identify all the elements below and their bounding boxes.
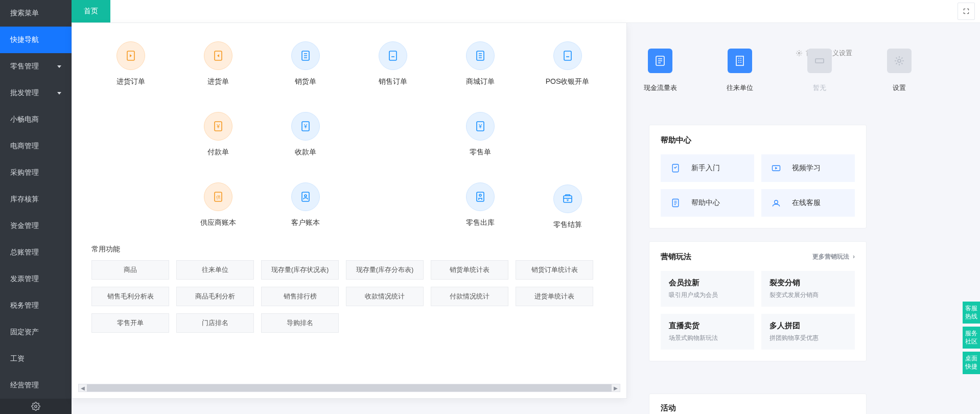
common-btn-sales-order-stat[interactable]: 销货订单统计表 <box>516 260 593 280</box>
common-btn-payment-stat[interactable]: 付款情况统计 <box>431 287 508 306</box>
sidebar-item-retail-mgmt[interactable]: 零售管理 <box>0 53 72 80</box>
market-card-group[interactable]: 多人拼团 拼团购物享受优惠 <box>761 314 855 350</box>
sidebar-item-invoice-mgmt[interactable]: 发票管理 <box>0 266 72 292</box>
sidebar-item-fund-mgmt[interactable]: 资金管理 <box>0 213 72 239</box>
node-label: 零售单 <box>470 148 491 157</box>
flow-node-receipt-bill[interactable]: ¥ 收款单 <box>291 112 320 157</box>
common-btn-purchase-bill-stat[interactable]: 进货单统计表 <box>516 287 593 306</box>
marketing-more-link[interactable]: 更多营销玩法 › <box>812 252 855 261</box>
float-cs-hotline[interactable]: 客服热线 <box>963 302 980 324</box>
shortcut-empty[interactable]: 暂无 <box>791 49 848 93</box>
help-item-online-cs[interactable]: 在线客服 <box>761 189 855 217</box>
panel-help-center: 帮助中心 新手入门 视频学习 帮助中心 在线客服 <box>649 125 867 228</box>
sidebar-item-inventory[interactable]: 库存核算 <box>0 186 72 213</box>
sidebar-item-xiaochangec[interactable]: 小畅电商 <box>0 106 72 133</box>
doc-icon <box>670 198 681 208</box>
fullscreen-button[interactable] <box>958 3 975 20</box>
help-item-beginner[interactable]: 新手入门 <box>661 154 754 182</box>
flow-node-purchase-bill[interactable]: 进货单 <box>204 41 232 86</box>
svg-point-29 <box>775 200 778 204</box>
common-btn-sales-bill-stat[interactable]: 销货单统计表 <box>431 260 508 280</box>
common-btn-stock-status[interactable]: 现存量(库存状况表) <box>261 260 339 280</box>
sidebar-item-salary[interactable]: 工资 <box>0 346 72 372</box>
sidebar-item-label: 快捷导航 <box>10 35 39 44</box>
sidebar-item-fixed-assets[interactable]: 固定资产 <box>0 319 72 346</box>
svg-point-11 <box>305 195 307 197</box>
common-btn-product[interactable]: 商品 <box>91 260 169 280</box>
svg-point-0 <box>35 405 37 408</box>
market-card-member[interactable]: 会员拉新 吸引用户成为会员 <box>661 271 754 307</box>
settle-icon: ¥ <box>562 193 574 205</box>
sidebar-item-ecommerce-mgmt[interactable]: 电商管理 <box>0 133 72 159</box>
money-icon: ¥ <box>299 120 312 132</box>
help-item-video[interactable]: 视频学习 <box>761 154 855 182</box>
flow-node-supplier-ledger[interactable]: 供 供应商账本 <box>200 182 236 227</box>
sidebar-item-ledger-mgmt[interactable]: 总账管理 <box>0 239 72 266</box>
scroll-right-arrow[interactable]: ► <box>612 384 620 392</box>
scroll-left-arrow[interactable]: ◄ <box>79 384 87 392</box>
doc-icon <box>387 50 399 62</box>
flow-node-mall-order[interactable]: 商城订单 <box>466 41 495 86</box>
common-btn-retail-open[interactable]: 零售开单 <box>91 313 169 333</box>
flow-node-customer-ledger[interactable]: 客户账本 <box>291 182 320 227</box>
flow-node-pos-cashier[interactable]: POS收银开单 <box>546 41 590 86</box>
video-icon <box>771 163 781 173</box>
common-btn-product-gross[interactable]: 商品毛利分析 <box>176 287 254 306</box>
flow-node-retail-settle[interactable]: ¥ 零售结算 <box>553 185 582 229</box>
shortcut-partner[interactable]: 往来单位 <box>712 49 768 93</box>
flow-node-retail-bill[interactable]: ¥ 零售单 <box>466 112 495 157</box>
flow-node-retail-outbound[interactable]: 零售出库 <box>466 182 495 227</box>
svg-text:¥: ¥ <box>216 123 220 129</box>
building-icon <box>734 55 746 67</box>
market-card-live[interactable]: 直播卖货 场景式购物新玩法 <box>661 314 754 350</box>
common-functions-title: 常用功能 <box>91 245 616 254</box>
expand-icon <box>963 8 970 15</box>
node-label: 零售结算 <box>553 220 582 229</box>
sidebar-item-label: 固定资产 <box>10 328 39 337</box>
flyout-scrollbar[interactable]: ◄ ► <box>78 384 620 392</box>
node-label: 销货单 <box>295 77 316 86</box>
sidebar-item-label: 采购管理 <box>10 168 39 177</box>
node-label: 收款单 <box>295 148 316 157</box>
sidebar-item-tax-mgmt[interactable]: 税务管理 <box>0 292 72 319</box>
market-card-fission[interactable]: 裂变分销 裂变式发展分销商 <box>761 271 855 307</box>
sidebar-item-search-menu[interactable]: 搜索菜单 <box>0 0 72 27</box>
card-title: 裂变分销 <box>769 278 847 288</box>
sidebar-item-quick-nav[interactable]: 快捷导航 <box>0 27 72 53</box>
common-btn-stock-dist[interactable]: 现存量(库存分布表) <box>346 260 424 280</box>
float-desktop-shortcut[interactable]: 桌面快捷 <box>963 352 980 374</box>
svg-rect-23 <box>736 56 743 65</box>
common-btn-store-rank[interactable]: 门店排名 <box>176 313 254 333</box>
sidebar-item-label: 小畅电商 <box>10 115 39 124</box>
card-title: 直播卖货 <box>669 321 746 331</box>
sidebar-item-purchase-mgmt[interactable]: 采购管理 <box>0 159 72 186</box>
tab-home[interactable]: 首页 <box>72 0 110 22</box>
sidebar-item-label: 批发管理 <box>10 88 39 98</box>
flow-node-payment-bill[interactable]: ¥ 付款单 <box>204 112 232 157</box>
sidebar-settings-button[interactable] <box>0 399 72 414</box>
scroll-track[interactable] <box>87 384 612 392</box>
flow-node-sales-bill[interactable]: 销货单 <box>291 41 320 86</box>
common-btn-receipt-stat[interactable]: 收款情况统计 <box>346 287 424 306</box>
tab-label: 首页 <box>84 7 98 16</box>
common-btn-sales-gross[interactable]: 销售毛利分析表 <box>91 287 169 306</box>
float-service-community[interactable]: 服务社区 <box>963 327 980 349</box>
flow-node-sales-order[interactable]: 销售订单 <box>379 41 407 86</box>
flow-node-purchase-order[interactable]: 进货订单 <box>116 41 145 86</box>
money-icon: ¥ <box>212 120 224 132</box>
shortcut-settings[interactable]: 设置 <box>871 49 927 93</box>
shortcut-cashflow[interactable]: 现金流量表 <box>632 49 688 93</box>
common-functions-grid: 商品 往来单位 现存量(库存状况表) 现存量(库存分布表) 销货单统计表 销货订… <box>82 260 616 333</box>
common-btn-guide-rank[interactable]: 导购排名 <box>261 313 339 333</box>
help-item-help-center[interactable]: 帮助中心 <box>661 189 754 217</box>
panel-title-text: 帮助中心 <box>661 135 691 145</box>
node-label: 进货订单 <box>116 77 145 86</box>
common-btn-partner[interactable]: 往来单位 <box>176 260 254 280</box>
node-label: 销售订单 <box>379 77 407 86</box>
list-icon <box>299 50 312 62</box>
sidebar-item-wholesale-mgmt[interactable]: 批发管理 <box>0 80 72 106</box>
sidebar-item-operation-mgmt[interactable]: 经营管理 <box>0 372 72 399</box>
shortcut-label: 设置 <box>893 83 906 93</box>
common-btn-sales-rank[interactable]: 销售排行榜 <box>261 287 339 306</box>
svg-rect-24 <box>815 59 824 63</box>
